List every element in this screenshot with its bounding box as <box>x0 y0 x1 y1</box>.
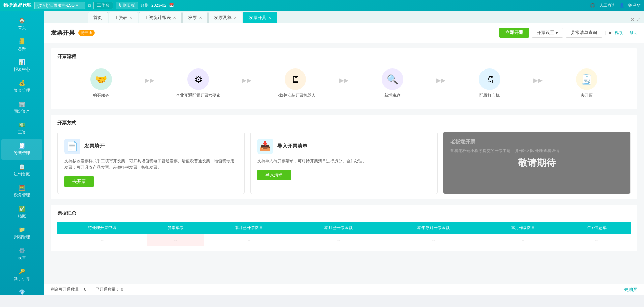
sidebar-item-label: 归档管理 <box>14 234 30 240</box>
tab-close-icon[interactable]: ✕ <box>199 16 202 20</box>
salary-icon: 💵 <box>19 122 25 128</box>
tab-close-icon[interactable]: ✕ <box>173 16 176 20</box>
sidebar-item-home[interactable]: 🏠 首页 <box>1 14 42 34</box>
footer-left: 剩余可开通数量： 0 已开通数量： 0 <box>51 287 123 292</box>
help-video-label[interactable]: 视频 <box>615 30 623 36</box>
step-label-config: 企业开通配置开票六要素 <box>176 93 221 99</box>
import-list-button[interactable]: 导入清单 <box>257 170 291 180</box>
sidebar-item-invoice-mgmt[interactable]: 🧾 发票管理 <box>1 139 42 160</box>
copy-icon[interactable]: ⧉ <box>88 3 91 8</box>
sidebar-item-member[interactable]: 💎 畅会员 <box>1 286 42 295</box>
tab-salary-report[interactable]: 工资统计报表 ✕ <box>139 12 182 23</box>
tab-invoice-calc[interactable]: 发票测算 ✕ <box>208 12 242 23</box>
sidebar-item-label: 税务管理 <box>14 192 30 198</box>
tab-close-icon[interactable]: ✕ <box>234 16 237 20</box>
import-card-title: 导入开票清单 <box>277 143 308 149</box>
workstation-button[interactable]: 工作台 <box>93 2 113 9</box>
tab-label: 首页 <box>93 15 102 21</box>
content-area: 发票开具 待开通 立即开通 开票设置 ▾ 异常清单查询 | ▶ 视频 | <box>44 23 644 295</box>
summary-cell-year-amount: -- <box>383 234 484 246</box>
minimize-icon[interactable]: ✕ <box>630 16 635 23</box>
user-name[interactable]: 徐泽华 <box>628 3 641 8</box>
opened-label: 已开通数量： <box>95 287 120 292</box>
tab-invoice[interactable]: 发票 ✕ <box>182 12 208 23</box>
sidebar-item-label: 新手引导 <box>14 276 30 282</box>
calendar-icon[interactable]: 📅 <box>169 3 174 8</box>
right-panel: 首页 工资表 ✕ 工资统计报表 ✕ 发票 ✕ 发票测算 ✕ 发票开具 ✕ <box>44 11 644 295</box>
process-step-printer: 🖨 配置打印机 <box>446 68 533 99</box>
sidebar-item-label: 进销台账 <box>14 171 30 177</box>
summary-col-abnormal: 异常单票 <box>147 222 204 234</box>
process-step-config: ⚙ 企业开通配置开票六要素 <box>154 68 242 99</box>
open-now-button[interactable]: 立即开通 <box>499 28 529 38</box>
tax-mgmt-icon: 🧮 <box>19 185 25 191</box>
status-badge: 待开通 <box>78 30 95 36</box>
archive-icon: 📁 <box>19 226 25 233</box>
sidebar-item-tax-mgmt[interactable]: 🧮 税务管理 <box>1 181 42 201</box>
method-card-manual-header: 📄 发票填开 <box>64 139 238 154</box>
nav-tabs: 首页 工资表 ✕ 工资统计报表 ✕ 发票 ✕ 发票测算 ✕ 发票开具 ✕ <box>44 11 644 23</box>
sidebar-item-fixed-assets[interactable]: 🏢 固定资产 <box>1 97 42 118</box>
headset-icon: 🎧 <box>590 3 595 8</box>
sidebar-item-label: 固定资产 <box>14 109 30 114</box>
company-selector[interactable]: (勿副) 江西服宝-LSS ▾ <box>34 2 85 9</box>
sidebar-item-reports[interactable]: 📊 报表中心 <box>1 56 42 76</box>
sidebar-item-archive[interactable]: 📁 归档管理 <box>1 223 42 243</box>
process-section-title: 开票流程 <box>57 54 631 60</box>
page-title-area: 发票开具 待开通 <box>51 29 95 37</box>
summary-data-row: -- -- -- -- -- -- -- <box>57 234 631 246</box>
sidebar-item-label: 报表中心 <box>14 67 30 73</box>
content-footer: 剩余可开通数量： 0 已开通数量： 0 去购买 <box>44 284 644 295</box>
sidebar-item-checkout[interactable]: ✅ 结账 <box>1 202 42 222</box>
period-label: 账期 <box>141 3 149 8</box>
buy-more-button[interactable]: 去购买 <box>624 287 637 293</box>
step-label-taxdisk: 新增税盘 <box>384 93 401 99</box>
tab-label: 工资统计报表 <box>145 15 171 21</box>
divider: | <box>605 30 606 35</box>
member-icon: 💎 <box>19 289 25 295</box>
switch-version-button[interactable]: 切到旧版 <box>116 2 138 9</box>
step-icon-config: ⚙ <box>187 68 209 90</box>
sidebar-item-in-out[interactable]: 📋 进销台账 <box>1 160 42 180</box>
video-icon: ▶ <box>609 30 612 35</box>
sidebar-item-funds[interactable]: 💰 资金管理 <box>1 77 42 97</box>
open-settings-label: 开票设置 <box>537 30 554 36</box>
open-settings-button[interactable]: 开票设置 ▾ <box>532 28 563 38</box>
sidebar-item-ledger[interactable]: 📒 总账 <box>1 35 42 55</box>
tab-close-icon[interactable]: ✕ <box>268 16 271 20</box>
company-label: (勿副) 江西服宝-LSS <box>37 3 75 8</box>
summary-section-title: 票据汇总 <box>57 210 631 216</box>
top-bar-right: 🎧 人工咨询 👤 徐泽华 <box>590 3 641 8</box>
summary-header-row: 待处理开票申请 异常单票 本月已开票数量 本月已开票金额 本年累计开票金额 本月… <box>57 222 631 234</box>
tab-home[interactable]: 首页 <box>88 12 108 23</box>
page-actions: 立即开通 开票设置 ▾ 异常清单查询 | ▶ 视频 | 帮助 <box>499 28 637 38</box>
sidebar-item-settings[interactable]: ⚙️ 设置 <box>1 244 42 264</box>
step-arrow-3: ▶▶ <box>339 77 349 84</box>
chevron-down-icon: ▾ <box>556 30 558 35</box>
tab-salary[interactable]: 工资表 ✕ <box>109 12 138 23</box>
settings-icon: ⚙️ <box>19 247 25 254</box>
process-steps: 🤝 购买服务 ▶▶ ⚙ 企业开通配置开票六要素 ▶▶ <box>57 65 631 104</box>
help-doc-label[interactable]: 帮助 <box>629 30 637 36</box>
manual-issue-button[interactable]: 去开票 <box>64 176 94 187</box>
abnormal-query-button[interactable]: 异常清单查询 <box>566 28 602 38</box>
step-arrow-1: ▶▶ <box>145 77 154 84</box>
process-step-taxdisk: 🔍 新增税盘 <box>349 68 436 99</box>
reports-icon: 📊 <box>19 59 25 65</box>
content-scroll: 开票流程 🤝 购买服务 ▶▶ ⚙ <box>44 43 644 284</box>
funds-icon: 💰 <box>19 80 25 86</box>
step-arrow-5: ▶▶ <box>533 77 543 84</box>
tab-invoice-issue[interactable]: 发票开具 ✕ <box>243 12 277 23</box>
sidebar-item-label: 设置 <box>18 255 26 261</box>
sidebar-item-salary[interactable]: 💵 工资 <box>1 118 42 139</box>
in-out-icon: 📋 <box>19 164 25 170</box>
sidebar-item-guide[interactable]: 🔑 新手引导 <box>1 265 42 285</box>
tab-close-icon[interactable]: ✕ <box>129 16 133 20</box>
sidebar-item-label: 结账 <box>18 213 26 219</box>
method-section-title: 开票方式 <box>57 120 631 126</box>
window-controls: ✕ ⤢ <box>630 16 644 23</box>
step-icon-printer: 🖨 <box>479 68 500 90</box>
maximize-icon[interactable]: ⤢ <box>637 17 641 22</box>
page-title: 发票开具 <box>51 29 75 37</box>
support-label[interactable]: 人工咨询 <box>599 3 615 8</box>
